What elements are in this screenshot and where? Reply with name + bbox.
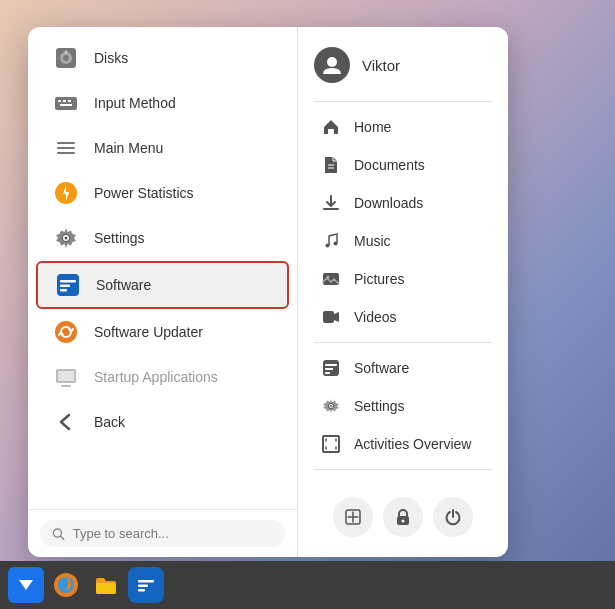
startup-apps-label: Startup Applications (94, 369, 218, 385)
startup-apps-icon (52, 363, 80, 391)
menu-item-input-method[interactable]: Input Method (36, 81, 289, 125)
software-updater-label: Software Updater (94, 324, 203, 340)
menu-item-startup-apps[interactable]: Startup Applications (36, 355, 289, 399)
svg-point-16 (65, 237, 68, 240)
power-statistics-label: Power Statistics (94, 185, 194, 201)
divider-2 (314, 342, 492, 343)
search-bar (28, 509, 297, 557)
svg-point-49 (58, 577, 74, 593)
svg-rect-20 (60, 289, 67, 292)
app-menu-popup: Disks Input Method (28, 27, 508, 557)
svg-point-42 (330, 405, 332, 407)
power-off-button[interactable] (433, 497, 473, 537)
svg-rect-8 (60, 104, 72, 106)
svg-rect-43 (323, 436, 339, 452)
suspend-button[interactable] (333, 497, 373, 537)
right-item-music[interactable]: Music (310, 223, 496, 259)
search-input-wrap[interactable] (40, 520, 285, 547)
disks-icon (52, 44, 80, 72)
svg-rect-50 (96, 583, 116, 594)
svg-rect-54 (138, 589, 145, 592)
right-panel: Viktor Home (298, 27, 508, 557)
svg-point-46 (402, 520, 405, 523)
software-label: Software (96, 277, 151, 293)
svg-rect-38 (325, 368, 333, 370)
right-item-documents[interactable]: Documents (310, 147, 496, 183)
svg-rect-37 (325, 364, 337, 366)
pictures-icon (320, 268, 342, 290)
right-item-videos[interactable]: Videos (310, 299, 496, 335)
avatar-icon (321, 54, 343, 76)
right-item-settings[interactable]: Settings (310, 388, 496, 424)
svg-rect-5 (58, 100, 61, 102)
videos-label: Videos (354, 309, 397, 325)
right-item-downloads[interactable]: Downloads (310, 185, 496, 221)
files-button[interactable] (88, 567, 124, 603)
svg-point-3 (65, 51, 68, 54)
firefox-icon (51, 570, 81, 600)
software2-icon (320, 357, 342, 379)
svg-rect-19 (60, 285, 70, 288)
documents-label: Documents (354, 157, 425, 173)
menu-item-disks[interactable]: Disks (36, 36, 289, 80)
power-statistics-icon (52, 179, 80, 207)
svg-rect-10 (57, 147, 75, 149)
svg-point-27 (327, 57, 337, 67)
power-off-icon (444, 508, 462, 526)
settings-label: Settings (94, 230, 145, 246)
home-label: Home (354, 119, 391, 135)
pictures-label: Pictures (354, 271, 405, 287)
svg-point-21 (55, 321, 77, 343)
main-menu-icon (52, 134, 80, 162)
back-label: Back (94, 414, 125, 430)
firefox-button[interactable] (48, 567, 84, 603)
input-method-icon (52, 89, 80, 117)
software-icon (54, 271, 82, 299)
software-updater-icon (52, 318, 80, 346)
right-item-pictures[interactable]: Pictures (310, 261, 496, 297)
svg-rect-53 (138, 585, 148, 588)
svg-rect-11 (57, 152, 75, 154)
right-item-home[interactable]: Home (310, 109, 496, 145)
svg-rect-24 (61, 385, 71, 387)
search-input[interactable] (73, 526, 273, 541)
divider-1 (314, 101, 492, 102)
lock-button[interactable] (383, 497, 423, 537)
input-method-label: Input Method (94, 95, 176, 111)
suspend-icon (344, 508, 362, 526)
right-item-software[interactable]: Software (310, 350, 496, 386)
software2-label: Software (354, 360, 409, 376)
music-icon (320, 230, 342, 252)
svg-rect-52 (138, 580, 154, 583)
svg-rect-18 (60, 280, 76, 283)
svg-rect-9 (57, 142, 75, 144)
settings-icon (52, 224, 80, 252)
svg-point-32 (334, 242, 338, 246)
settings2-icon (320, 395, 342, 417)
back-button[interactable]: Back (36, 400, 289, 444)
activities-icon (320, 433, 342, 455)
right-item-activities[interactable]: Activities Overview (310, 426, 496, 462)
music-label: Music (354, 233, 391, 249)
software-taskbar-button[interactable] (128, 567, 164, 603)
search-icon (52, 527, 65, 541)
menu-item-settings[interactable]: Settings (36, 216, 289, 260)
files-icon (91, 570, 121, 600)
svg-rect-23 (58, 371, 74, 381)
svg-rect-39 (325, 372, 330, 374)
left-panel: Disks Input Method (28, 27, 298, 557)
downloads-icon (320, 192, 342, 214)
desktop: Disks Input Method (0, 0, 615, 609)
menu-item-software-updater[interactable]: Software Updater (36, 310, 289, 354)
settings2-label: Settings (354, 398, 405, 414)
documents-icon (320, 154, 342, 176)
username: Viktor (362, 57, 400, 74)
zorin-menu-button[interactable] (8, 567, 44, 603)
lock-icon (395, 508, 411, 526)
svg-line-26 (61, 536, 64, 539)
menu-item-main-menu[interactable]: Main Menu (36, 126, 289, 170)
svg-rect-35 (323, 311, 334, 323)
menu-item-power-statistics[interactable]: Power Statistics (36, 171, 289, 215)
svg-point-31 (326, 244, 330, 248)
menu-item-software[interactable]: Software (36, 261, 289, 309)
